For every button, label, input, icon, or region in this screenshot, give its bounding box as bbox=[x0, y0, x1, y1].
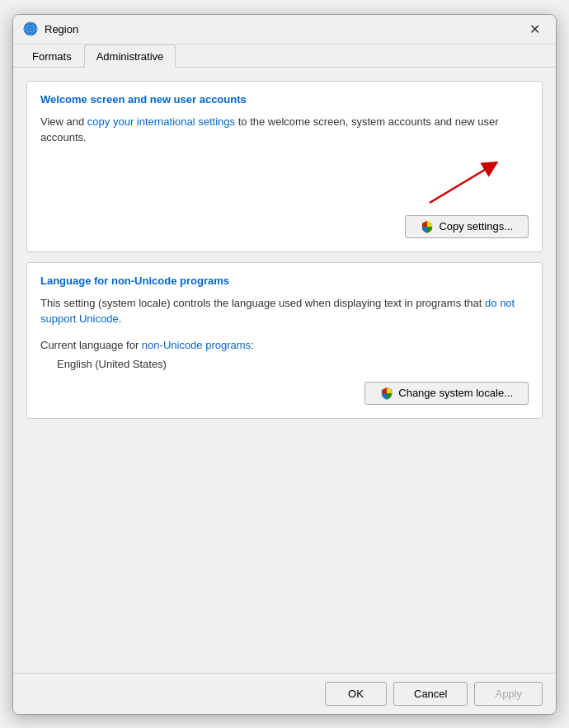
copy-settings-link: copy your international settings bbox=[87, 115, 235, 128]
ok-button[interactable]: OK bbox=[325, 682, 387, 706]
tab-formats[interactable]: Formats bbox=[20, 45, 84, 68]
copy-settings-label: Copy settings... bbox=[439, 220, 513, 232]
change-system-locale-button[interactable]: Change system locale... bbox=[364, 382, 529, 405]
shield-icon-2 bbox=[380, 387, 393, 400]
region-window: Region ✕ Formats Administrative Welcome … bbox=[12, 14, 557, 715]
bottom-bar: OK Cancel Apply bbox=[13, 673, 556, 714]
unicode-section: Language for non-Unicode programs This s… bbox=[26, 262, 543, 419]
window-title: Region bbox=[45, 23, 523, 35]
svg-line-5 bbox=[430, 166, 491, 203]
unicode-section-desc: This setting (system locale) controls th… bbox=[40, 295, 529, 327]
globe-icon bbox=[23, 21, 38, 36]
unicode-link: do not support Unicode bbox=[40, 297, 515, 326]
unicode-current-label: Current language for non-Unicode program… bbox=[40, 339, 529, 351]
change-locale-button-row: Change system locale... bbox=[40, 382, 529, 405]
cancel-button[interactable]: Cancel bbox=[393, 682, 468, 706]
welcome-section: Welcome screen and new user accounts Vie… bbox=[26, 81, 543, 252]
tab-administrative[interactable]: Administrative bbox=[84, 45, 176, 68]
welcome-section-title: Welcome screen and new user accounts bbox=[40, 93, 529, 106]
arrow-annotation bbox=[40, 157, 529, 207]
welcome-section-desc: View and copy your international setting… bbox=[40, 114, 529, 146]
apply-button[interactable]: Apply bbox=[474, 682, 543, 706]
arrow-svg bbox=[347, 157, 529, 207]
tab-bar: Formats Administrative bbox=[13, 45, 556, 68]
copy-settings-button-row: Copy settings... bbox=[40, 215, 529, 238]
copy-settings-button[interactable]: Copy settings... bbox=[405, 215, 529, 238]
close-button[interactable]: ✕ bbox=[523, 17, 546, 40]
main-content: Welcome screen and new user accounts Vie… bbox=[13, 68, 556, 673]
non-unicode-highlight: non-Unicode programs bbox=[142, 339, 251, 351]
unicode-section-title: Language for non-Unicode programs bbox=[40, 275, 529, 287]
change-locale-label: Change system locale... bbox=[398, 387, 513, 399]
title-bar: Region ✕ bbox=[13, 15, 556, 45]
unicode-current-value: English (United States) bbox=[57, 358, 529, 370]
shield-icon bbox=[421, 220, 434, 233]
